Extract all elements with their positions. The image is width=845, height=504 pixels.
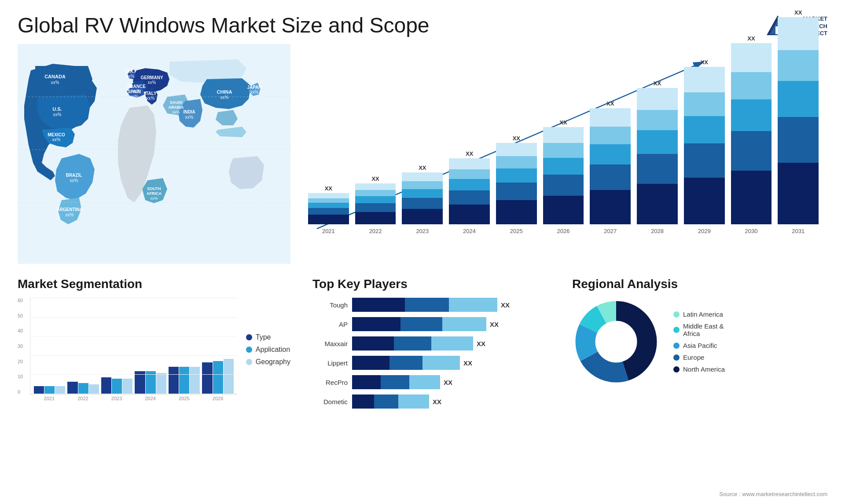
svg-text:ARABIA: ARABIA <box>169 105 184 110</box>
player-row-ap: AP XX <box>312 317 546 331</box>
x-axis-labels: 2021 2022 2023 2024 2025 2026 2027 2028 … <box>308 228 819 234</box>
donut-svg <box>572 298 660 386</box>
segmentation-title: Market Segmentation <box>18 277 290 291</box>
legend-type: Type <box>246 333 290 341</box>
reg-legend-label-north-america: North America <box>683 365 725 373</box>
legend-dot-type <box>246 334 252 340</box>
bar-2022: XX <box>355 175 396 224</box>
bars-container: XX XX <box>308 57 819 224</box>
reg-legend-label-europe: Europe <box>683 354 704 361</box>
svg-text:xx%: xx% <box>66 212 74 217</box>
bar-2027: XX <box>590 100 631 224</box>
map-label-argentina: ARGENTINA <box>56 207 82 212</box>
reg-legend-label-latin-america: Latin America <box>683 310 723 318</box>
map-label-india: INDIA <box>183 110 195 114</box>
bar-2024: XX <box>449 150 490 224</box>
bar-chart-wrapper: XX XX <box>299 57 819 259</box>
svg-text:xx%: xx% <box>147 96 155 101</box>
map-label-spain: SPAIN <box>128 89 141 94</box>
bar-chart-section: XX XX <box>290 44 827 273</box>
bottom-sections: Market Segmentation 60 50 40 30 20 10 0 <box>18 273 827 414</box>
svg-text:xx%: xx% <box>130 94 139 99</box>
legend-label-geography: Geography <box>256 358 290 366</box>
regional-section: Regional Analysis <box>568 277 827 414</box>
map-section: CANADA xx% U.S. xx% MEXICO xx% BRAZIL xx… <box>18 44 290 273</box>
players-title: Top Key Players <box>312 277 546 291</box>
legend-geography: Geography <box>246 358 290 366</box>
svg-text:xx%: xx% <box>172 110 180 114</box>
map-label-china: CHINA <box>217 89 232 95</box>
bar-2028: XX <box>637 80 678 224</box>
map-label-mexico: MEXICO <box>48 132 65 137</box>
legend-label-type: Type <box>256 333 271 341</box>
player-row-dometic: Dometic XX <box>312 394 546 409</box>
map-label-brazil: BRAZIL <box>66 173 82 178</box>
player-row-maxxair: Maxxair XX <box>312 336 546 351</box>
legend-label-application: Application <box>256 346 290 354</box>
reg-legend-label-mea: Middle East &Africa <box>683 322 724 337</box>
legend-application: Application <box>246 346 290 354</box>
legend-dot-application <box>246 347 252 353</box>
players-section: Top Key Players Tough XX AP <box>299 277 559 414</box>
svg-text:xx%: xx% <box>250 90 259 95</box>
svg-text:AFRICA: AFRICA <box>147 191 162 196</box>
seg-chart-container: 60 50 40 30 20 10 0 <box>18 298 290 401</box>
svg-text:xx%: xx% <box>148 80 156 85</box>
bar-2026: XX <box>543 119 584 224</box>
source-text: Source : www.marketresearchintellect.com <box>719 491 827 497</box>
player-row-recpro: RecPro XX <box>312 375 546 389</box>
reg-legend-asia-pacific: Asia Pacific <box>673 342 725 349</box>
player-row-tough: Tough XX <box>312 298 546 312</box>
world-map-svg: CANADA xx% U.S. xx% MEXICO xx% BRAZIL xx… <box>18 44 290 264</box>
svg-text:xx%: xx% <box>52 137 61 142</box>
reg-legend-mea: Middle East &Africa <box>673 322 725 337</box>
svg-text:xx%: xx% <box>51 80 59 85</box>
bar-2025: XX <box>496 135 537 224</box>
svg-text:xx%: xx% <box>70 178 78 183</box>
reg-legend-label-asia-pacific: Asia Pacific <box>683 342 717 349</box>
map-label-canada: CANADA <box>44 74 66 79</box>
map-label-us: U.S. <box>52 106 62 112</box>
map-label-germany: GERMANY <box>140 75 163 80</box>
donut-legend-container: Latin America Middle East &Africa Asia P… <box>572 298 823 386</box>
bar-2030: XX <box>731 35 772 224</box>
donut-chart <box>572 298 660 386</box>
map-label-south-africa: SOUTH <box>147 186 161 191</box>
regional-legend: Latin America Middle East &Africa Asia P… <box>673 310 725 373</box>
bar-2031: XX <box>778 9 819 224</box>
seg-legend: Type Application Geography <box>246 333 290 366</box>
svg-text:xx%: xx% <box>53 112 62 117</box>
bar-2023: XX <box>402 164 443 224</box>
seg-bars-container: 60 50 40 30 20 10 0 <box>18 298 237 401</box>
page-header: Global RV Windows Market Size and Scope … <box>0 0 845 44</box>
map-label-uk: U.K. <box>126 69 135 74</box>
reg-legend-europe: Europe <box>673 354 725 361</box>
map-label-japan: JAPAN <box>247 85 261 90</box>
svg-text:xx%: xx% <box>150 196 158 201</box>
svg-text:xx%: xx% <box>185 115 194 120</box>
world-map-container: CANADA xx% U.S. xx% MEXICO xx% BRAZIL xx… <box>18 44 290 264</box>
player-row-lippert: Lippert XX <box>312 356 546 370</box>
map-label-italy: ITALY <box>144 91 157 96</box>
segmentation-section: Market Segmentation 60 50 40 30 20 10 0 <box>18 277 290 414</box>
svg-point-31 <box>596 322 636 362</box>
page-title: Global RV Windows Market Size and Scope <box>18 13 430 37</box>
map-label-france: FRANCE <box>127 84 146 89</box>
regional-title: Regional Analysis <box>572 277 823 291</box>
reg-legend-latin-america: Latin America <box>673 310 725 318</box>
bar-2021: XX <box>308 185 349 224</box>
legend-dot-geography <box>246 359 252 365</box>
svg-text:xx%: xx% <box>220 95 229 100</box>
bar-2029: XX <box>684 59 725 224</box>
main-content: CANADA xx% U.S. xx% MEXICO xx% BRAZIL xx… <box>0 44 845 414</box>
reg-legend-north-america: North America <box>673 365 725 373</box>
map-label-saudi: SAUDI <box>170 100 182 105</box>
svg-text:xx%: xx% <box>126 74 135 79</box>
